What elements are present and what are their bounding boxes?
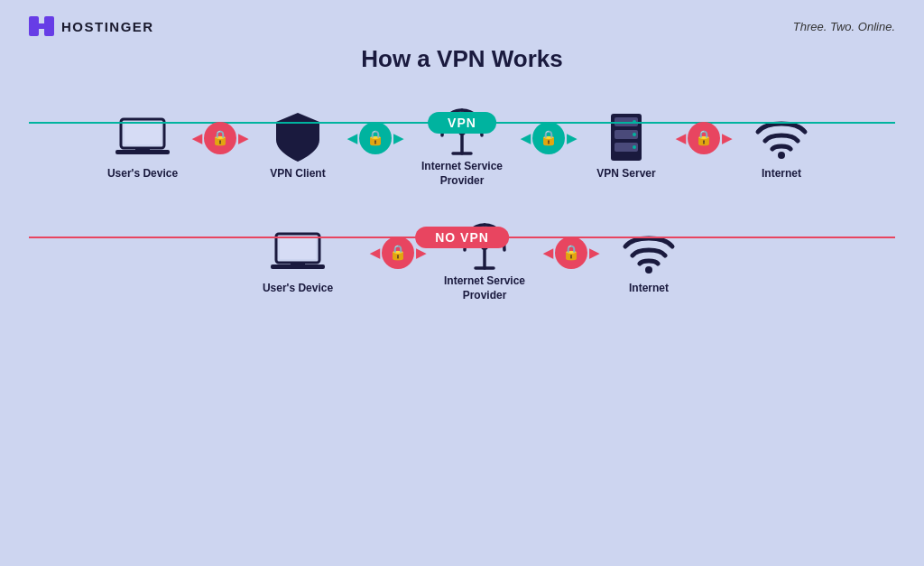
arrow-left-1: ◀ [192,132,202,144]
svg-point-25 [645,266,652,274]
hostinger-logo-icon [29,16,54,36]
vpn-conn3: ◀ 🔒 ▶ [521,122,577,154]
vpn-internet-label: Internet [762,167,801,181]
lock-icon-2: 🔒 [359,122,392,154]
svg-rect-19 [280,237,316,259]
logo-text: HOSTINGER [61,19,154,34]
novpn-lock-icon-1: 🔒 [382,237,414,269]
novpn-conn2: ◀ 🔒 ▶ [543,237,599,269]
novpn-laptop-icon [269,227,327,276]
svg-point-16 [633,145,636,149]
novpn-arrow-left-1: ◀ [370,246,380,259]
arrow-right-1: ▶ [238,132,248,144]
vpn-badge: VPN [428,112,496,134]
vpn-isp-label: Internet Service Provider [403,160,521,188]
vpn-conn4: ◀ 🔒 ▶ [676,122,732,154]
lock-icon-1: 🔒 [204,122,236,154]
vpn-conn2: ◀ 🔒 ▶ [347,122,403,154]
vpn-client-label: VPN Client [270,167,325,181]
vpn-conn1: ◀ 🔒 ▶ [192,122,248,154]
wifi-icon [753,113,810,162]
lock-icon-3: 🔒 [532,122,565,154]
vpn-section: VPN User's Device ◀ 🔒 ▶ [29,106,895,188]
novpn-badge: NO VPN [415,227,509,248]
novpn-isp-label: Internet Service Provider [426,274,543,302]
page: HOSTINGER Three. Two. Online. How a VPN … [0,0,924,566]
arrow-right-4: ▶ [722,132,732,144]
novpn-lock-icon-2: 🔒 [555,237,587,269]
svg-point-15 [633,133,636,136]
novpn-internet-label: Internet [629,282,669,296]
tagline: Three. Two. Online. [793,20,895,33]
svg-point-17 [778,152,785,159]
novpn-wifi-icon [620,227,678,276]
logo: HOSTINGER [29,16,154,36]
shield-icon [269,113,327,162]
novpn-arrow-left-2: ◀ [543,246,553,259]
arrow-left-3: ◀ [521,132,531,144]
arrow-right-3: ▶ [567,132,577,144]
novpn-arrow-right-2: ▶ [589,246,599,259]
server-icon [597,113,655,162]
main-title: How a VPN Works [29,45,895,73]
novpn-users-device-label: User's Device [263,282,333,296]
vpn-server-label: VPN Server [596,167,655,181]
header: HOSTINGER Three. Two. Online. [29,16,895,36]
novpn-section: NO VPN User's Device ◀ 🔒 ▶ [29,220,895,302]
svg-rect-4 [125,123,161,144]
svg-rect-6 [135,148,150,151]
svg-rect-2 [29,23,54,29]
arrow-right-2: ▶ [393,132,403,144]
vpn-users-device-label: User's Device [107,167,178,181]
arrow-left-4: ◀ [676,132,686,144]
lock-icon-4: 🔒 [688,122,720,154]
svg-rect-21 [291,263,305,265]
laptop-icon [114,113,171,162]
arrow-left-2: ◀ [347,132,357,144]
